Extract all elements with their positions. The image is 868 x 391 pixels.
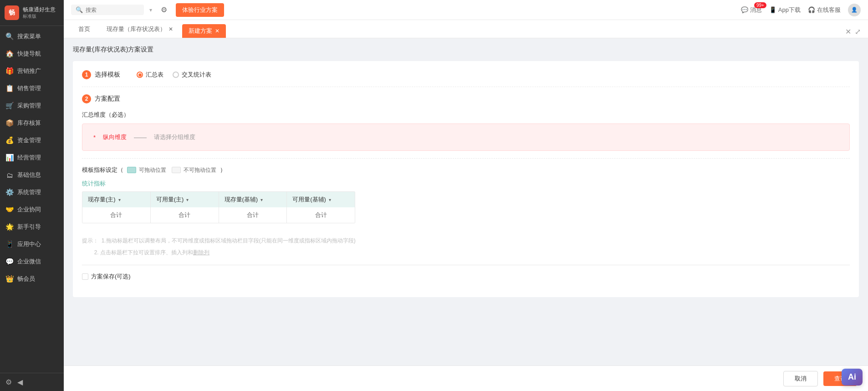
dim-placeholder[interactable]: 请选择分组维度 [154,133,195,141]
sidebar-item-label: 营销推广 [17,67,41,75]
topbar-settings-icon[interactable]: ⚙ [158,4,170,16]
search-menu-icon: 🔍 [5,32,14,41]
purchase-icon: 🛒 [5,102,14,110]
system-icon: ⚙️ [5,188,14,196]
trial-btn[interactable]: 体验行业方案 [176,3,224,17]
sidebar-item-inventory[interactable]: 📦 库存核算 [0,114,64,132]
sidebar-item-search-menu[interactable]: 🔍 搜索菜单 [0,28,64,45]
radio-summary[interactable] [137,72,143,78]
stats-col-4-header[interactable]: 可用量(基辅) ▾ [287,192,355,207]
tab-new-scheme[interactable]: 新建方案 ✕ [182,24,226,38]
sidebar-item-label: 应用中心 [17,240,41,248]
sidebar-item-label: 快捷导航 [17,50,41,58]
sidebar-item-label: 采购管理 [17,102,41,110]
sidebar-item-sales[interactable]: 📋 销售管理 [0,80,64,97]
avatar-icon: 👤 [851,7,858,13]
template-option-cross[interactable]: 交叉统计表 [173,71,211,79]
step2-title: 方案配置 [95,95,120,103]
stats-col-4-chevron[interactable]: ▾ [329,197,331,202]
sidebar-item-finance[interactable]: 💰 资金管理 [0,132,64,149]
stats-col-1-chevron[interactable]: ▾ [118,197,121,202]
message-badge: 99+ [754,2,766,8]
step1-number: 1 [82,70,91,79]
sidebar-item-label: 企业协同 [17,206,41,214]
sidebar-item-new-guide[interactable]: 🌟 新手引导 [0,218,64,236]
finance-icon: 💰 [5,136,14,144]
dim-required-label: 汇总维度（必选） [82,111,850,119]
main-area: 🔍 ▾ ⚙ 体验行业方案 💬 消息 99+ 📱 App下载 🎧 在线客服 👤 [64,0,868,391]
step2-number: 2 [82,94,91,103]
template-option-summary[interactable]: 汇总表 [137,71,163,79]
stats-body-col-1: 合计 [82,207,151,223]
sidebar-item-wechat[interactable]: 💬 企业微信 [0,253,64,270]
tabs-right-controls: ✕ ⤢ [845,27,861,38]
sidebar-item-basic-info[interactable]: 🗂 基础信息 [0,166,64,184]
sidebar-item-operations[interactable]: 📊 经营管理 [0,149,64,166]
service-button[interactable]: 🎧 在线客服 [808,6,841,14]
radio-cross[interactable] [173,72,179,78]
stats-col-4-label: 可用量(基辅) [292,196,326,204]
expand-panel-icon[interactable]: ⤢ [855,27,861,36]
legend-not-draggable-item: 不可拖动位置 [172,166,216,174]
stats-table-body: 合计 合计 合计 合计 [82,207,355,223]
quick-nav-icon: 🏠 [5,50,14,58]
sidebar-item-label: 搜索菜单 [17,32,41,41]
stats-col-3-chevron[interactable]: ▾ [260,197,263,202]
app-download-label: App下载 [778,6,801,14]
sidebar-item-marketing[interactable]: 🎁 营销推广 [0,62,64,80]
sidebar-item-app-center[interactable]: 📱 应用中心 [0,236,64,253]
settings-icon[interactable]: ⚙ [5,378,12,386]
bottom-bar: 取消 查询 [64,365,868,391]
basic-info-icon: 🗂 [5,171,14,179]
topbar-dropdown[interactable]: ▾ [149,7,152,13]
app-logo-icon: 畅 [5,5,19,20]
sidebar-item-label: 销售管理 [17,84,41,93]
sidebar-item-purchase[interactable]: 🛒 采购管理 [0,97,64,114]
sidebar-item-quick-nav[interactable]: 🏠 快捷导航 [0,45,64,62]
sidebar-item-system[interactable]: ⚙️ 系统管理 [0,184,64,201]
topbar-right: 💬 消息 99+ 📱 App下载 🎧 在线客服 👤 [741,4,861,16]
tip-2: 2. 点击标题栏下拉可设置排序、插入列和删除列 [82,248,850,258]
dimension-box: * 纵向维度 —— 请选择分组维度 [82,123,850,151]
cancel-button[interactable]: 取消 [783,371,818,386]
sidebar-item-cooperation[interactable]: 🤝 企业协同 [0,201,64,218]
sidebar-item-label: 畅会员 [17,275,35,283]
sidebar-footer: ⚙ ◀ [0,373,64,391]
template-summary-label: 汇总表 [146,71,163,79]
app-download-icon: 📱 [769,6,776,13]
tab-home[interactable]: 首页 [71,21,97,38]
user-avatar[interactable]: 👤 [848,4,861,16]
sidebar-item-member[interactable]: 👑 畅会员 [0,270,64,288]
service-label: 在线客服 [817,6,841,14]
dim-field-required-mark: * [93,134,96,141]
stats-col-2-chevron[interactable]: ▾ [186,197,189,202]
sidebar-item-label: 基础信息 [17,171,41,179]
topbar-search-box[interactable]: 🔍 [71,5,144,15]
close-panel-icon[interactable]: ✕ [845,27,851,36]
stats-col-2-header[interactable]: 可用量(主) ▾ [151,192,219,207]
new-guide-icon: 🌟 [5,223,14,231]
legend-draggable-label: 可拖动位置 [139,166,166,174]
inventory-icon: 📦 [5,119,14,127]
message-button[interactable]: 💬 消息 99+ [741,6,762,14]
operations-icon: 📊 [5,154,14,162]
tab-new-scheme-close-icon[interactable]: ✕ [215,28,220,34]
tab-new-scheme-label: 新建方案 [189,27,212,35]
topbar-dropdown-label: ▾ [149,7,152,13]
member-icon: 👑 [5,275,14,283]
save-option-checkbox[interactable] [82,273,88,280]
collapse-icon[interactable]: ◀ [17,378,23,386]
tab-inventory-status[interactable]: 现存量（库存状况表） ✕ [99,21,180,38]
marketing-icon: 🎁 [5,67,14,75]
stats-col-1-label: 现存量(主) [88,196,116,204]
tab-inventory-close-icon[interactable]: ✕ [168,26,173,32]
app-download-button[interactable]: 📱 App下载 [769,6,801,14]
topbar-search-input[interactable] [86,7,131,13]
stats-col-3-header[interactable]: 现存量(基辅) ▾ [219,192,287,207]
sidebar-item-label: 系统管理 [17,188,41,196]
message-icon: 💬 [741,6,748,13]
sidebar-item-label: 资金管理 [17,136,41,144]
stats-col-1-header[interactable]: 现存量(主) ▾ [82,192,151,207]
ai-button[interactable]: Ai [842,369,863,386]
step-divider-1 [82,87,850,87]
